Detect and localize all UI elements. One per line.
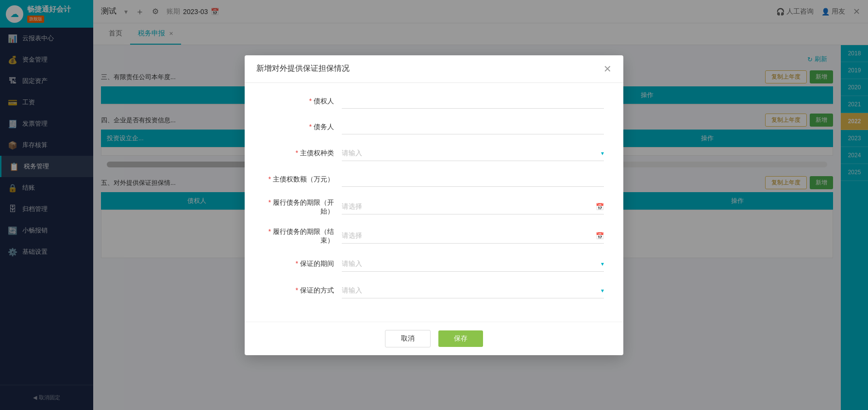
cancel-button[interactable]: 取消 <box>385 330 431 347</box>
form-row-claim-type: * 主债权种类 请输入 ▾ <box>264 146 604 161</box>
form-row-period-start: * 履行债务的期限（开始） 请选择 📅 <box>264 198 604 216</box>
select-guarantee-period-placeholder: 请输入 <box>342 260 601 268</box>
date-start-placeholder: 请选择 <box>342 202 596 211</box>
modal-body: * 债权人 * 债务人 * 主债权种类 请输入 <box>245 83 623 322</box>
chevron-down-icon-3: ▾ <box>601 287 604 294</box>
modal-header: 新增对外提供保证担保情况 ✕ <box>245 55 623 83</box>
form-label-claim-type: * 主债权种类 <box>264 149 342 158</box>
select-claim-type[interactable]: 请输入 ▾ <box>342 146 604 161</box>
form-label-period-start: * 履行债务的期限（开始） <box>264 198 342 216</box>
modal-overlay[interactable]: 新增对外提供保证担保情况 ✕ * 债权人 * 债务人 <box>0 0 868 410</box>
input-creditor[interactable] <box>342 95 604 109</box>
date-period-end[interactable]: 请选择 📅 <box>342 229 604 244</box>
select-guarantee-method-placeholder: 请输入 <box>342 286 601 295</box>
input-claim-amount[interactable] <box>342 173 604 187</box>
modal: 新增对外提供保证担保情况 ✕ * 债权人 * 债务人 <box>245 55 623 355</box>
form-label-guarantee-period: * 保证的期间 <box>264 260 342 268</box>
select-guarantee-period[interactable]: 请输入 ▾ <box>342 257 604 272</box>
calendar-start-icon[interactable]: 📅 <box>596 203 604 211</box>
required-mark-4: * <box>268 175 271 183</box>
calendar-end-icon[interactable]: 📅 <box>596 232 604 240</box>
modal-footer: 取消 保存 <box>245 322 623 355</box>
date-end-placeholder: 请选择 <box>342 231 596 240</box>
date-period-start[interactable]: 请选择 📅 <box>342 199 604 214</box>
form-row-creditor: * 债权人 <box>264 95 604 109</box>
select-guarantee-method[interactable]: 请输入 ▾ <box>342 283 604 298</box>
required-mark-8: * <box>296 286 298 294</box>
required-mark-7: * <box>296 260 298 267</box>
form-row-period-end: * 履行债务的期限（结束） 请选择 📅 <box>264 228 604 245</box>
select-claim-type-placeholder: 请输入 <box>342 149 601 158</box>
required-mark: * <box>309 97 312 105</box>
form-label-guarantee-method: * 保证的方式 <box>264 286 342 295</box>
required-mark-2: * <box>309 123 312 131</box>
form-row-debtor: * 债务人 <box>264 120 604 134</box>
form-label-period-end: * 履行债务的期限（结束） <box>264 228 342 245</box>
input-debtor[interactable] <box>342 120 604 134</box>
form-label-claim-amount: * 主债权数额（万元） <box>264 175 342 184</box>
modal-close-btn[interactable]: ✕ <box>603 63 612 75</box>
required-mark-5: * <box>268 198 271 206</box>
form-row-guarantee-period: * 保证的期间 请输入 ▾ <box>264 257 604 272</box>
required-mark-6: * <box>268 228 271 235</box>
save-button[interactable]: 保存 <box>438 330 483 347</box>
chevron-down-icon-1: ▾ <box>601 150 604 157</box>
required-mark-3: * <box>296 149 298 157</box>
chevron-down-icon-2: ▾ <box>601 261 604 267</box>
modal-title: 新增对外提供保证担保情况 <box>256 64 350 74</box>
form-label-creditor: * 债权人 <box>264 97 342 106</box>
form-label-debtor: * 债务人 <box>264 123 342 131</box>
form-row-claim-amount: * 主债权数额（万元） <box>264 173 604 187</box>
form-row-guarantee-method: * 保证的方式 请输入 ▾ <box>264 283 604 298</box>
